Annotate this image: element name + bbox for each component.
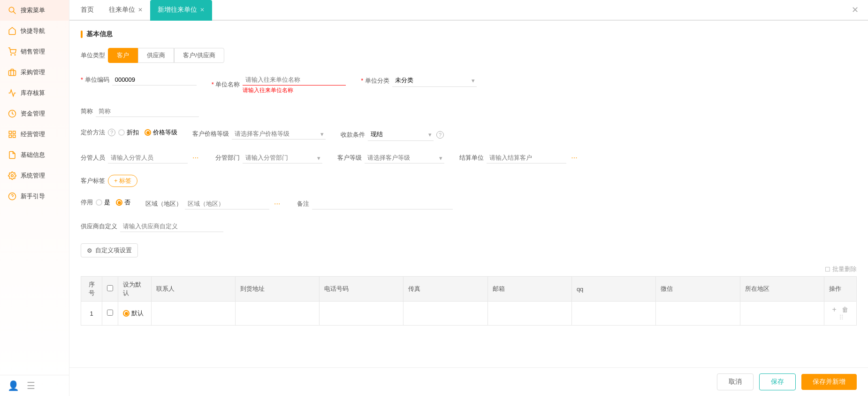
- row-email-input[interactable]: [493, 308, 567, 319]
- select-all-checkbox[interactable]: [107, 285, 113, 291]
- row-action: + 🗑 ⠿: [824, 302, 856, 326]
- notes-label: 备注: [297, 200, 309, 208]
- col-qq: qq: [571, 277, 655, 302]
- row-phone[interactable]: [320, 302, 404, 326]
- gear-icon: ⚙: [87, 247, 92, 254]
- unit-category-value[interactable]: 未分类: [392, 74, 477, 87]
- abbr-field: 简称: [81, 106, 199, 117]
- row-wechat[interactable]: [656, 302, 740, 326]
- sidebar-item-guide[interactable]: 新手引导: [0, 186, 69, 207]
- sidebar-item-basic[interactable]: 基础信息: [0, 145, 69, 165]
- unit-name-input[interactable]: [243, 74, 346, 85]
- row-region-input[interactable]: [745, 308, 819, 319]
- add-tag-btn[interactable]: + 标签: [108, 175, 137, 187]
- pricing-method-field: 定价方法 ? 折扣 价格等级: [81, 128, 177, 137]
- save-button[interactable]: 保存: [759, 373, 796, 390]
- sidebar-item-quick-nav[interactable]: 快捷导航: [0, 21, 69, 41]
- sidebar-menu-icon[interactable]: ☰: [27, 380, 35, 391]
- row-email[interactable]: [487, 302, 571, 326]
- sidebar-item-sales[interactable]: 销售管理: [0, 41, 69, 62]
- row-delete-btn[interactable]: 🗑: [842, 306, 848, 313]
- region-input[interactable]: [185, 198, 269, 210]
- row-add-btn[interactable]: +: [832, 305, 836, 313]
- row-checkbox-1[interactable]: [107, 310, 113, 316]
- payment-terms-field: 收款条件 现结 ▾ ?: [341, 128, 444, 141]
- tab-partners-close[interactable]: ✕: [138, 7, 143, 13]
- department-input[interactable]: [243, 152, 322, 163]
- customer-tag-label: 客户标签: [81, 177, 105, 185]
- row-drag-handle[interactable]: ⠿: [839, 314, 844, 321]
- row-default-radio[interactable]: 默认: [123, 309, 146, 318]
- sidebar-item-search[interactable]: 搜索菜单: [0, 0, 69, 21]
- sidebar-user-icon[interactable]: 👤: [8, 380, 19, 391]
- pricing-help-icon[interactable]: ?: [108, 129, 115, 136]
- tab-new-partner-close[interactable]: ✕: [200, 7, 205, 13]
- batch-delete-btn[interactable]: ☐ 批量删除: [825, 265, 857, 273]
- manager-more-btn[interactable]: ···: [190, 154, 200, 162]
- contact-table: 序号 设为默认 联系人 到货地址 电话号码 传真 邮箱 qq 微信 所在地区 操…: [81, 276, 857, 326]
- manager-input[interactable]: [108, 152, 188, 163]
- sidebar-label-sales: 销售管理: [21, 47, 45, 56]
- row-fax[interactable]: [404, 302, 487, 326]
- unit-code-input[interactable]: [112, 74, 197, 85]
- payment-terms-help-icon[interactable]: ?: [436, 131, 444, 139]
- guide-icon: [8, 192, 17, 201]
- settlement-unit-input[interactable]: [487, 152, 566, 163]
- tab-home-label: 首页: [81, 6, 94, 14]
- unit-type-label: 单位类型: [81, 51, 105, 60]
- col-wechat: 微信: [656, 277, 740, 302]
- sidebar-label-guide: 新手引导: [21, 192, 45, 201]
- customer-price-level-label: 客户价格等级: [192, 130, 229, 138]
- disabled-radio-no[interactable]: 否: [116, 198, 130, 207]
- search-icon: [8, 6, 17, 15]
- window-close-button[interactable]: ✕: [846, 5, 864, 15]
- sidebar-item-finance[interactable]: 资金管理: [0, 103, 69, 124]
- tab-new-partner[interactable]: 新增往来单位 ✕: [150, 0, 212, 21]
- tab-home[interactable]: 首页: [73, 0, 101, 21]
- row-region[interactable]: [740, 302, 824, 326]
- row-wechat-input[interactable]: [661, 308, 735, 319]
- disabled-radio-yes-circle: [96, 199, 102, 206]
- sidebar-item-system[interactable]: 系统管理: [0, 165, 69, 186]
- row-qq[interactable]: [571, 302, 655, 326]
- custom-settings-btn[interactable]: ⚙ 自定义项设置: [81, 243, 138, 257]
- unit-type-customer[interactable]: 客户: [108, 48, 138, 63]
- department-field: 分管部门 ▾: [215, 152, 322, 163]
- pricing-radio-level-label: 价格等级: [153, 128, 177, 137]
- unit-type-supplier[interactable]: 供应商: [138, 48, 174, 63]
- supplier-custom-field: 供应商自定义: [81, 221, 223, 232]
- row-contact-input[interactable]: [156, 308, 230, 319]
- customer-level-input[interactable]: [365, 152, 444, 163]
- sidebar-label-operations: 经营管理: [21, 130, 45, 139]
- sidebar-item-operations[interactable]: 经营管理: [0, 124, 69, 145]
- settlement-unit-more-btn[interactable]: ···: [569, 154, 579, 162]
- customer-price-level-input[interactable]: [232, 128, 326, 140]
- save-and-new-button[interactable]: 保存并新增: [801, 374, 857, 390]
- row-fax-input[interactable]: [408, 308, 482, 319]
- row-address[interactable]: [235, 302, 319, 326]
- abbr-input[interactable]: [96, 106, 199, 117]
- row-phone-input[interactable]: [324, 308, 398, 319]
- table-header-row: 序号 设为默认 联系人 到货地址 电话号码 传真 邮箱 qq 微信 所在地区 操…: [81, 277, 857, 302]
- notes-input[interactable]: [312, 198, 453, 210]
- manager-row: 分管人员 ··· 分管部门 ▾ 客户等级 ▾ 结算单位: [81, 152, 857, 167]
- pricing-radio-level[interactable]: 价格等级: [145, 128, 177, 137]
- pricing-radio-discount[interactable]: 折扣: [118, 128, 139, 137]
- unit-type-both[interactable]: 客户/供应商: [174, 48, 224, 63]
- basic-icon: [8, 150, 17, 160]
- supplier-custom-input[interactable]: [120, 221, 223, 232]
- row-qq-input[interactable]: [577, 308, 651, 319]
- tab-bar: 首页 往来单位 ✕ 新增往来单位 ✕ ✕: [69, 0, 868, 21]
- tab-partners[interactable]: 往来单位 ✕: [101, 0, 150, 21]
- disabled-field: 停用 是 否: [81, 198, 130, 207]
- disabled-radio-yes[interactable]: 是: [96, 198, 110, 207]
- cancel-button[interactable]: 取消: [717, 373, 754, 390]
- row-contact[interactable]: [151, 302, 235, 326]
- region-more-btn[interactable]: ···: [272, 200, 282, 208]
- row-address-input[interactable]: [240, 308, 314, 319]
- sidebar-item-inventory[interactable]: 库存核算: [0, 83, 69, 103]
- region-label: 区域（地区）: [145, 200, 182, 208]
- sidebar-item-purchase[interactable]: 采购管理: [0, 62, 69, 83]
- payment-terms-value[interactable]: 现结: [368, 128, 434, 141]
- col-address: 到货地址: [235, 277, 319, 302]
